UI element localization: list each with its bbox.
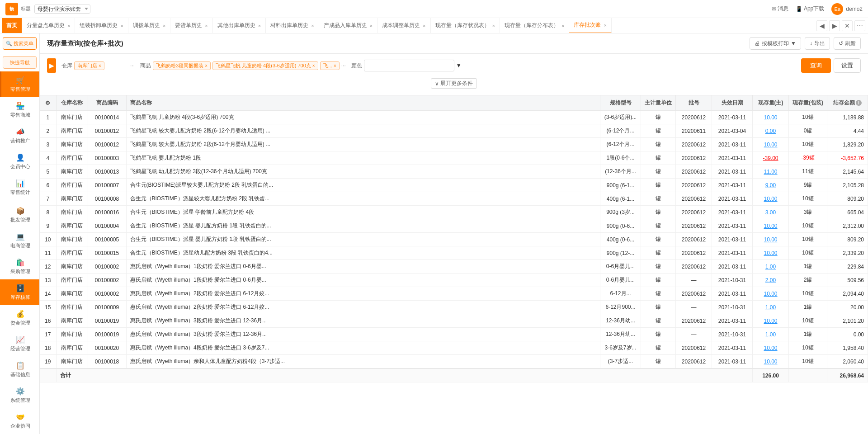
tab-close[interactable]: × [561, 23, 564, 28]
cell-code: 00100002 [88, 260, 126, 274]
tab-close[interactable]: × [604, 23, 606, 28]
cell-qty-main[interactable]: 10.00 [753, 111, 789, 124]
cell-unit: 罐 [641, 124, 676, 138]
cell-qty-main[interactable]: 10.00 [753, 219, 789, 233]
tab-scroll-left[interactable]: ◀ [816, 20, 827, 31]
sidebar-item-basic[interactable]: 📋 基础信息 [0, 357, 39, 382]
product-more[interactable]: ··· [341, 62, 346, 69]
tab-scroll-right[interactable]: ▶ [829, 20, 840, 31]
expand-more-conditions[interactable]: ∨ 展开更多条件 [431, 78, 477, 89]
cell-qty-main[interactable]: 10.00 [753, 246, 789, 260]
sidebar-item-retail[interactable]: 🛒 零售管理 [0, 71, 39, 97]
filter-toggle[interactable]: ▶ [47, 58, 56, 73]
tab-close[interactable]: × [258, 23, 261, 28]
cell-qty-main[interactable]: 1.00 [753, 301, 789, 314]
refresh-button[interactable]: ↺ 刷新 [834, 37, 861, 50]
sidebar-item-ecommerce[interactable]: 💻 电商管理 [0, 228, 39, 254]
cell-qty-main[interactable]: 1.00 [753, 260, 789, 274]
sidebar-item-inventory[interactable]: 🗄️ 库存核算 [0, 279, 39, 305]
product-tag-3[interactable]: 飞... × [320, 61, 340, 70]
sidebar-item-enterprise[interactable]: 🤝 企业协同 [0, 408, 39, 434]
sidebar-item-retail-mall[interactable]: 🏪 零售商城 [0, 97, 39, 123]
product-tag-close-2[interactable]: × [312, 63, 315, 68]
export-button[interactable]: ↓ 导出 [805, 37, 830, 50]
sidebar-item-marketing[interactable]: 📣 营销推广 [0, 123, 39, 149]
tab-menu[interactable]: ⋯ [854, 20, 865, 31]
tab-close[interactable]: × [205, 23, 208, 28]
tab-mix[interactable]: 调拨单历史 × [128, 18, 170, 33]
settings-gear-icon[interactable]: ⚙ [45, 100, 50, 106]
msg-btn[interactable]: ✉ 消息 [772, 5, 788, 13]
cell-qty-main[interactable]: 10.00 [753, 314, 789, 328]
tab-other-out[interactable]: 其他出库单历史 × [213, 18, 266, 33]
sidebar-item-wholesale[interactable]: 📦 批发管理 [0, 202, 39, 228]
tab-inventory-dist[interactable]: 现存量（库存分布表） × [500, 18, 569, 33]
cell-qty-main[interactable]: 10.00 [753, 233, 789, 246]
tab-product-in[interactable]: 产成品入库单历史 × [319, 18, 377, 33]
tab-label: 现存量（库存分布表） [505, 22, 559, 29]
tab-close[interactable]: × [120, 23, 123, 28]
cell-unit: 罐 [641, 341, 676, 355]
sidebar-item-operations[interactable]: 📈 经营管理 [0, 331, 39, 357]
sidebar: 🔍 搜索菜单 快捷导航 🛒 零售管理 🏪 零售商城 📣 营销推广 👤 会员中心 … [0, 33, 40, 434]
tab-close[interactable]: × [370, 23, 373, 28]
cell-qty-main[interactable]: 10.00 [753, 355, 789, 369]
cell-qty-main[interactable]: 9.00 [753, 179, 789, 192]
cell-code: 00100018 [88, 355, 126, 369]
tab-close[interactable]: × [67, 23, 70, 28]
tab-split-inventory[interactable]: 分量盘点单历史 × [22, 18, 75, 33]
app-label: App下载 [804, 5, 824, 13]
search-menu-button[interactable]: 🔍 搜索菜单 [3, 37, 37, 50]
breadcrumb-select[interactable]: 母婴行业演示账套 [34, 5, 90, 14]
cell-qty-main[interactable]: 10.00 [753, 341, 789, 355]
warehouse-tag-1[interactable]: 南库门店 × [74, 61, 104, 70]
tab-cost-adjust[interactable]: 成本调整单历史 × [377, 18, 430, 33]
user-area[interactable]: Ea demo2 [831, 3, 863, 15]
sidebar-item-retail-stats[interactable]: 📊 零售统计 [0, 175, 39, 200]
tab-batch-voucher[interactable]: 库存批次账 × [569, 18, 611, 33]
tab-close[interactable]: × [163, 23, 165, 28]
cell-qty-main[interactable]: 10.00 [753, 138, 789, 151]
tab-close[interactable]: × [492, 23, 495, 28]
cell-qty-main[interactable]: 3.00 [753, 206, 789, 219]
phone-icon: 📱 [796, 6, 802, 12]
cell-qty-main[interactable]: 10.00 [753, 192, 789, 206]
tab-inventory-status[interactable]: 现存量（库存状况表） × [431, 18, 500, 33]
tab-close[interactable]: × [423, 23, 425, 28]
th-settings[interactable]: ⚙ [40, 95, 56, 111]
expand-row: ∨ 展开更多条件 [47, 73, 861, 90]
sidebar-item-member[interactable]: 👤 会员中心 [0, 149, 39, 175]
sidebar-search-area: 🔍 搜索菜单 [0, 33, 39, 53]
cell-qty-main[interactable]: 2.00 [753, 274, 789, 287]
tab-disassemble[interactable]: 组装拆卸单历史 × [75, 18, 128, 33]
sidebar-item-purchase[interactable]: 🛍️ 采购管理 [0, 254, 39, 279]
settings-button[interactable]: 设置 [834, 58, 861, 73]
tab-close-all[interactable]: ✕ [842, 20, 853, 31]
balance-info-icon[interactable]: i [856, 100, 862, 106]
tab-close[interactable]: × [311, 23, 314, 28]
product-tag-close-1[interactable]: × [205, 63, 208, 68]
cell-qty-main[interactable]: 10.00 [753, 287, 789, 301]
app-download-btn[interactable]: 📱 App下载 [796, 5, 824, 13]
quick-nav-button[interactable]: 快捷导航 [3, 56, 37, 69]
cell-qty-main[interactable]: 11.00 [753, 165, 789, 179]
content-area: 现存量查询(按仓库+批次) 🖨 按模板打印 ▼ ↓ 导出 ↺ 刷新 [40, 33, 868, 434]
warehouse-tag-close[interactable]: × [99, 63, 101, 68]
color-select[interactable] [364, 60, 454, 71]
page-header: 现存量查询(按仓库+批次) 🖨 按模板打印 ▼ ↓ 导出 ↺ 刷新 [40, 33, 868, 54]
tab-material-out[interactable]: 材料出库单历史 × [266, 18, 319, 33]
product-tag-1[interactable]: 飞鹤奶粉3段同捆握装 × [153, 61, 211, 70]
tab-home[interactable]: 首页 [2, 18, 22, 33]
query-button[interactable]: 查询 [801, 58, 831, 73]
cell-qty-main[interactable]: -39.00 [753, 151, 789, 165]
sidebar-item-system[interactable]: ⚙️ 系统管理 [0, 382, 39, 408]
table-row: 14 南库门店 00100002 惠氏启赋（Wyeth illuma）2段奶粉 … [40, 287, 868, 301]
product-tag-close-3[interactable]: × [334, 63, 336, 68]
tab-requisition[interactable]: 要货单历史 × [170, 18, 212, 33]
template-print-button[interactable]: 🖨 按模板打印 ▼ [750, 37, 801, 50]
product-tag-2[interactable]: 飞鹤星飞帆 儿童奶粉 4段(3-6岁适用) 700克 × [212, 61, 318, 70]
cell-qty-main[interactable]: 0.00 [753, 124, 789, 138]
warehouse-more[interactable]: ··· [130, 62, 135, 69]
cell-qty-main[interactable]: 1.00 [753, 328, 789, 341]
sidebar-item-finance[interactable]: 💰 资金管理 [0, 305, 39, 331]
